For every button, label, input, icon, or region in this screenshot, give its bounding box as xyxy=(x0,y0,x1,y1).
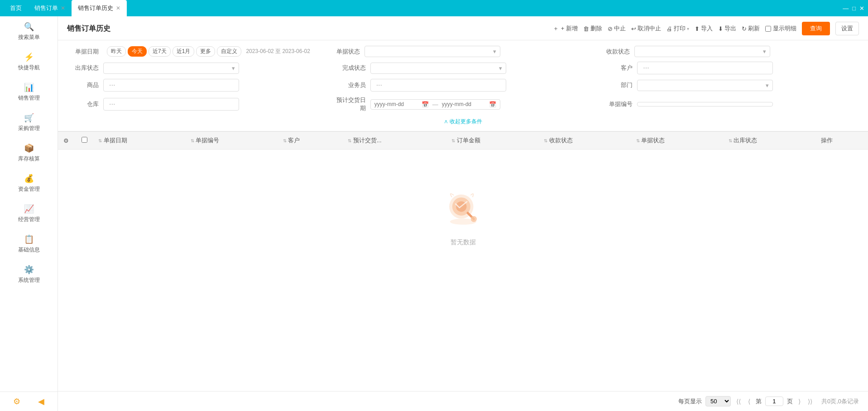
warehouse-select[interactable]: ··· xyxy=(103,98,239,111)
print-button[interactable]: 🖨 打印 ▾ xyxy=(667,24,689,33)
salesperson-col: 业务员 ··· xyxy=(334,79,592,92)
maximize-btn[interactable]: □ xyxy=(852,5,856,12)
receipt-status-select[interactable]: ▾ xyxy=(634,46,770,57)
sidebar-item-finance[interactable]: 💰 资金管理 xyxy=(0,168,58,198)
tab-sales-order[interactable]: 销售订单 ✕ xyxy=(28,0,72,16)
current-page-input[interactable] xyxy=(765,396,783,406)
import-icon: ⬆ xyxy=(695,25,700,32)
svg-point-4 xyxy=(470,216,476,222)
delete-button[interactable]: 🗑 删除 xyxy=(583,24,602,33)
sort-icon-8: ⇅ xyxy=(729,138,732,143)
close-tab-sales-order[interactable]: ✕ xyxy=(61,5,65,11)
stop-button[interactable]: ⊘ 中止 xyxy=(608,24,626,33)
table-col-receipt-status[interactable]: ⇅ 收款状态 xyxy=(538,132,631,150)
page-title-row: 销售订单历史 ＋ + 新增 🗑 删除 ⊘ 中止 ↩ xyxy=(67,22,859,35)
date-btn-yesterday[interactable]: 昨天 xyxy=(107,46,126,57)
sidebar-label-quicknav: 快捷导航 xyxy=(18,64,40,72)
delivery-date-col: 预计交货日期 📅 — 📅 xyxy=(334,96,592,112)
total-text: 共0页,0条记录 xyxy=(821,397,859,406)
page-size-select[interactable]: 50 10 20 100 xyxy=(705,396,731,406)
salesperson-ellipsis-btn[interactable]: ··· xyxy=(374,81,384,89)
date-btn-today[interactable]: 今天 xyxy=(128,46,147,57)
window-close-btn[interactable]: ✕ xyxy=(859,5,864,12)
settings-button[interactable]: 设置 xyxy=(835,22,859,35)
table-col-bill-number[interactable]: ⇅ 单据编号 xyxy=(185,132,278,150)
customer-select[interactable]: ··· xyxy=(637,62,773,74)
sidebar-item-system[interactable]: ⚙️ 系统管理 xyxy=(0,259,58,290)
sidebar-item-search[interactable]: 🔍 搜索菜单 xyxy=(0,16,58,47)
sidebar-label-finance: 资金管理 xyxy=(18,185,40,193)
next-page-btn[interactable]: ⟩ xyxy=(796,397,802,406)
calendar-start-icon[interactable]: 📅 xyxy=(422,101,429,108)
display-detail-checkbox[interactable] xyxy=(765,26,771,32)
collapse-btn[interactable]: ∧ 收起更多条件 xyxy=(444,118,482,125)
refresh-button[interactable]: ↻ 刷新 xyxy=(742,24,760,33)
goods-select[interactable]: ··· xyxy=(103,79,239,92)
table-col-delivery[interactable]: ⇅ 预计交货... xyxy=(342,132,446,150)
display-detail-toggle[interactable]: 显示明细 xyxy=(765,24,796,33)
delivery-date-start[interactable] xyxy=(374,101,420,107)
new-icon: ＋ xyxy=(553,24,559,33)
bill-number-input[interactable] xyxy=(637,102,773,106)
delivery-date-group: 📅 — 📅 xyxy=(370,99,500,110)
delivery-date-end[interactable] xyxy=(442,101,487,107)
data-table: ⚙ ⇅ 单据日期 ⇅ 单据编号 ⇅ 客户 ⇅ 预计交货... ⇅ 订单金额 ⇅ … xyxy=(58,131,868,150)
date-btn-more[interactable]: 更多 xyxy=(196,46,215,57)
sidebar-item-operations[interactable]: 📈 经营管理 xyxy=(0,198,58,229)
minimize-btn[interactable]: — xyxy=(843,5,849,12)
sidebar-item-sales[interactable]: 📊 销售管理 xyxy=(0,77,58,107)
sidebar-collapse-icon[interactable]: ◀ xyxy=(38,396,44,406)
export-button[interactable]: ⬇ 导出 xyxy=(718,24,736,33)
table-col-out-status[interactable]: ⇅ 出库状态 xyxy=(723,132,815,150)
complete-status-select[interactable]: ▾ xyxy=(370,63,506,74)
bill-number-label: 单据编号 xyxy=(601,100,637,108)
finance-icon: 💰 xyxy=(24,174,34,184)
query-button[interactable]: 查询 xyxy=(802,22,830,35)
warehouse-ellipsis-btn[interactable]: ··· xyxy=(107,100,117,108)
table-col-amount[interactable]: ⇅ 订单金额 xyxy=(446,132,538,150)
table-col-bill-status[interactable]: ⇅ 单据状态 xyxy=(631,132,723,150)
bill-status-select[interactable]: ▾ xyxy=(364,46,500,57)
system-icon: ⚙️ xyxy=(24,265,34,275)
sidebar-item-inventory[interactable]: 📦 库存核算 xyxy=(0,138,58,168)
receipt-status-chevron: ▾ xyxy=(763,48,766,55)
table-col-check[interactable] xyxy=(76,132,93,150)
department-select[interactable]: ▾ xyxy=(637,80,773,91)
sidebar-item-quicknav[interactable]: ⚡ 快捷导航 xyxy=(0,47,58,77)
calendar-end-icon[interactable]: 📅 xyxy=(489,101,496,108)
sidebar-settings-icon[interactable]: ⚙ xyxy=(13,396,20,406)
date-separator: — xyxy=(432,101,438,108)
sidebar-label-basic: 基础信息 xyxy=(18,246,40,254)
table-col-customer[interactable]: ⇅ 客户 xyxy=(278,132,342,150)
out-status-select[interactable]: ▾ xyxy=(103,63,239,74)
table-col-settings[interactable]: ⚙ xyxy=(58,132,76,150)
sidebar-item-basic[interactable]: 📋 基础信息 xyxy=(0,229,58,259)
new-button[interactable]: ＋ + 新增 xyxy=(553,24,578,33)
tab-sales-order-history[interactable]: 销售订单历史 ✕ xyxy=(72,0,127,16)
print-icon: 🖨 xyxy=(667,25,672,32)
delivery-date-label: 预计交货日期 xyxy=(334,96,370,112)
import-button[interactable]: ⬆ 导入 xyxy=(695,24,713,33)
salesperson-select[interactable]: ··· xyxy=(370,79,506,92)
refresh-icon: ↻ xyxy=(742,25,747,32)
close-tab-sales-history[interactable]: ✕ xyxy=(116,5,120,11)
date-btn-custom[interactable]: 自定义 xyxy=(217,46,241,57)
first-page-btn[interactable]: ⟨⟨ xyxy=(734,397,743,406)
cancel-stop-button[interactable]: ↩ 取消中止 xyxy=(631,24,661,33)
purchase-icon: 🛒 xyxy=(24,113,34,123)
cancel-stop-icon: ↩ xyxy=(631,25,636,32)
table-col-bill-date[interactable]: ⇅ 单据日期 xyxy=(93,132,185,150)
filter-area: 单据日期 昨天 今天 近7天 近1月 更多 自定义 2023-06-02 至 2… xyxy=(58,40,868,131)
department-col: 部门 ▾ xyxy=(601,80,859,91)
goods-ellipsis-btn[interactable]: ··· xyxy=(107,81,117,89)
tab-home[interactable]: + 新增 首页 xyxy=(4,0,28,16)
inventory-icon: 📦 xyxy=(24,143,34,153)
prev-page-btn[interactable]: ⟨ xyxy=(746,397,752,406)
sidebar-item-purchase[interactable]: 🛒 采购管理 xyxy=(0,107,58,138)
last-page-btn[interactable]: ⟩⟩ xyxy=(806,397,814,406)
salesperson-label: 业务员 xyxy=(334,81,370,89)
date-btn-1month[interactable]: 近1月 xyxy=(173,46,195,57)
select-all-checkbox[interactable] xyxy=(82,137,87,143)
customer-ellipsis-btn[interactable]: ··· xyxy=(641,64,651,72)
date-btn-7days[interactable]: 近7天 xyxy=(149,46,171,57)
